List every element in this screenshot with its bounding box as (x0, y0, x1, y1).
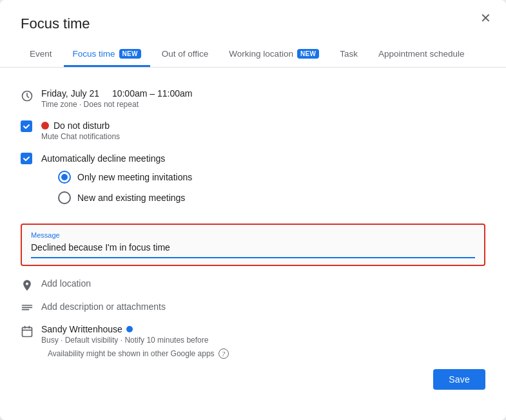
tab-focus-time[interactable]: Focus time NEW (64, 43, 150, 67)
date-time-display: Friday, July 21 10:00am – 11:00am (41, 88, 485, 99)
dnd-sub: Mute Chat notifications (41, 132, 485, 141)
tab-working-location[interactable]: Working location NEW (220, 43, 328, 67)
date-time-content: Friday, July 21 10:00am – 11:00am Time z… (41, 88, 485, 109)
radio-only-new-dot (61, 174, 68, 180)
radio-new-existing[interactable]: New and existing meetings (58, 191, 485, 204)
event-time: 10:00am – 11:00am (112, 88, 193, 99)
radio-only-new-button[interactable] (58, 171, 71, 184)
radio-new-existing-label: New and existing meetings (77, 193, 185, 203)
svg-rect-1 (23, 327, 32, 336)
tab-out-of-office-label: Out of office (162, 49, 209, 59)
message-box[interactable]: Message (21, 224, 485, 266)
close-icon: ✕ (480, 10, 491, 26)
close-button[interactable]: ✕ (475, 8, 496, 28)
dnd-checkbox-icon[interactable] (21, 120, 41, 132)
event-sub: Time zone · Does not repeat (41, 100, 485, 109)
save-label: Save (449, 374, 470, 385)
availability-row: Availability might be shown in other Goo… (48, 348, 485, 359)
focus-time-badge: NEW (119, 49, 141, 59)
add-description-content: Add description or attachments (41, 301, 485, 312)
auto-decline-checkbox[interactable] (21, 153, 32, 164)
tab-appointment-schedule-label: Appointment schedule (378, 49, 465, 59)
add-description-row[interactable]: Add description or attachments (21, 301, 485, 315)
auto-decline-row: Automatically decline meetings Only new … (21, 153, 485, 212)
message-input[interactable] (31, 242, 475, 253)
save-button[interactable]: Save (433, 369, 485, 390)
radio-new-existing-button[interactable] (58, 191, 71, 204)
tab-appointment-schedule[interactable]: Appointment schedule (369, 43, 474, 67)
calendar-content: Sandy Writtenhouse Busy · Default visibi… (41, 324, 485, 345)
calendar-blue-dot (126, 326, 133, 332)
dnd-checkbox[interactable] (21, 120, 32, 132)
tab-out-of-office[interactable]: Out of office (153, 43, 218, 67)
footer: Save (0, 361, 506, 390)
message-label: Message (31, 231, 475, 239)
add-location-label: Add location (41, 278, 91, 289)
clock-icon (21, 88, 41, 102)
tab-task[interactable]: Task (331, 43, 367, 67)
auto-decline-content: Automatically decline meetings Only new … (41, 153, 485, 212)
add-location-row[interactable]: Add location (21, 278, 485, 292)
calendar-status: Busy · Default visibility · Notify 10 mi… (41, 336, 485, 345)
add-location-content: Add location (41, 278, 485, 289)
calendar-name-row: Sandy Writtenhouse (41, 324, 485, 334)
description-icon (21, 301, 41, 315)
radio-only-new-label: Only new meeting invitations (77, 172, 192, 182)
availability-text: Availability might be shown in other Goo… (48, 349, 215, 358)
calendar-row: Sandy Writtenhouse Busy · Default visibi… (21, 324, 485, 345)
dnd-label-row: Do not disturb (41, 120, 485, 131)
radio-only-new[interactable]: Only new meeting invitations (58, 171, 485, 184)
event-date: Friday, July 21 (41, 88, 99, 99)
tab-task-label: Task (340, 49, 358, 59)
dnd-row: Do not disturb Mute Chat notifications (21, 120, 485, 141)
auto-decline-checkbox-icon[interactable] (21, 153, 41, 164)
help-icon[interactable]: ? (219, 348, 229, 359)
dnd-red-dot (41, 122, 49, 129)
calendar-icon (21, 324, 41, 338)
message-underline (31, 257, 475, 258)
content-area: Friday, July 21 10:00am – 11:00am Time z… (0, 68, 506, 359)
dialog: ✕ Focus time Event Focus time NEW Out of… (0, 0, 506, 420)
add-description-label: Add description or attachments (41, 301, 166, 312)
tab-event[interactable]: Event (21, 43, 61, 67)
location-icon (21, 278, 41, 292)
dnd-content: Do not disturb Mute Chat notifications (41, 120, 485, 141)
tab-focus-time-label: Focus time (73, 49, 115, 59)
dnd-label: Do not disturb (54, 120, 110, 131)
calendar-name: Sandy Writtenhouse (41, 324, 122, 334)
tab-working-location-label: Working location (229, 49, 293, 59)
date-time-row: Friday, July 21 10:00am – 11:00am Time z… (21, 88, 485, 109)
working-location-badge: NEW (297, 49, 319, 59)
dialog-title: Focus time (0, 0, 506, 43)
radio-group: Only new meeting invitations New and exi… (58, 171, 485, 204)
tabs-row: Event Focus time NEW Out of office Worki… (0, 43, 506, 68)
tab-event-label: Event (30, 49, 52, 59)
auto-decline-label: Automatically decline meetings (41, 153, 165, 164)
